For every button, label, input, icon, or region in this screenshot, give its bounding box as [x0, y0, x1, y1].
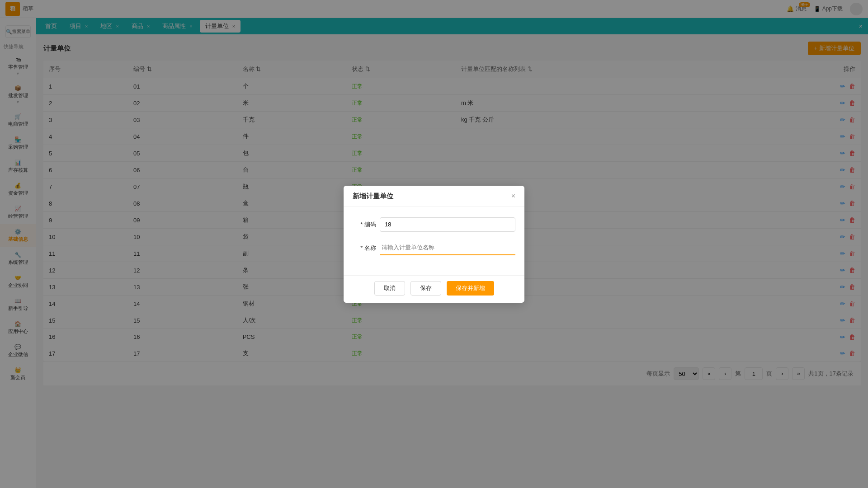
dialog-close-btn[interactable]: ×: [511, 192, 515, 200]
dialog-header: 新增计量单位 ×: [344, 186, 524, 206]
add-unit-dialog: 新增计量单位 × * 编码 * 名称 取消 保存 保存并新增: [344, 186, 524, 303]
cancel-button[interactable]: 取消: [374, 281, 405, 296]
code-input[interactable]: [380, 217, 515, 232]
dialog-body: * 编码 * 名称: [344, 206, 524, 275]
save-and-new-button[interactable]: 保存并新增: [447, 281, 494, 296]
name-input[interactable]: [380, 241, 515, 255]
save-button[interactable]: 保存: [410, 281, 441, 296]
form-row-code: * 编码: [353, 217, 515, 232]
dialog-title: 新增计量单位: [353, 192, 393, 201]
dialog-overlay[interactable]: 新增计量单位 × * 编码 * 名称 取消 保存 保存并新增: [0, 0, 868, 488]
dialog-footer: 取消 保存 保存并新增: [344, 275, 524, 303]
name-label: * 名称: [353, 244, 380, 252]
form-row-name: * 名称: [353, 241, 515, 255]
code-label: * 编码: [353, 221, 380, 229]
